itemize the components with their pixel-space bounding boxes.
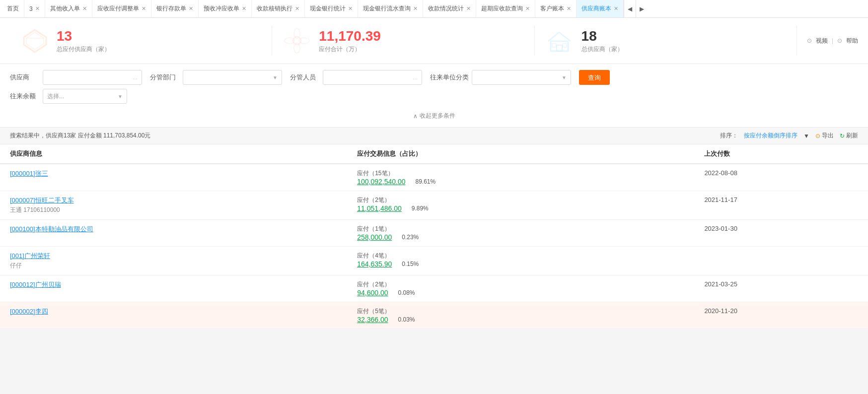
last-pay-cell: 2021-11-17 bbox=[694, 191, 868, 220]
nav-tab-cash-bank-query-close[interactable]: ✕ bbox=[413, 5, 418, 12]
sort-label: 排序： bbox=[720, 131, 738, 140]
supplier-link[interactable]: [000100]本特勒油品有限公司 bbox=[10, 225, 93, 233]
tx-percent: 0.03% bbox=[398, 316, 415, 323]
card-1-label: 总应付供应商（家） bbox=[57, 45, 110, 54]
dept-arrow: ▼ bbox=[273, 75, 278, 80]
tx-cell: 应付（5笔）32,366.000.03% bbox=[347, 302, 694, 329]
last-pay-cell bbox=[694, 247, 868, 275]
card-3-text: 18 总供应商（家） bbox=[581, 28, 623, 54]
nav-tab-cash-bank-stat-label: 现金银行统计 bbox=[310, 4, 346, 13]
balance-select[interactable]: 选择... ▼ bbox=[43, 89, 127, 104]
collapse-button[interactable]: ∧ 收起更多条件 bbox=[10, 110, 858, 122]
nav-tab-customer-acct-close[interactable]: ✕ bbox=[567, 5, 571, 12]
table-header: 供应商信息 应付交易信息（占比） 上次付数 bbox=[0, 144, 868, 164]
th-ap-tx-info: 应付交易信息（占比） bbox=[347, 144, 694, 164]
supplier-link[interactable]: [000007]恒旺二手叉车 bbox=[10, 197, 74, 204]
card-2-icon bbox=[282, 26, 312, 56]
nav-tab-payment-exec[interactable]: 收款核销执行 ✕ bbox=[252, 0, 305, 17]
nav-tab-3[interactable]: 3 ✕ bbox=[24, 0, 45, 17]
nav-tab-overdue-query-close[interactable]: ✕ bbox=[525, 5, 530, 12]
tx-amount[interactable]: 164,635.90 bbox=[357, 260, 392, 268]
nav-tab-recv-stat[interactable]: 收款情况统计 ✕ bbox=[423, 0, 476, 17]
nav-tab-customer-acct-label: 客户账本 bbox=[540, 4, 564, 13]
supplier-cell: [000001]张三 bbox=[0, 164, 347, 191]
nav-tab-ap-adjust[interactable]: 应收应付调整单 ✕ bbox=[92, 0, 151, 17]
table-row: [000100]本特勒油品有限公司应付（1笔）258,000.000.23%20… bbox=[0, 220, 868, 247]
nav-tab-bank-deposit-close[interactable]: ✕ bbox=[189, 5, 193, 12]
person-input[interactable]: ... bbox=[323, 70, 422, 85]
nav-tab-3-close[interactable]: ✕ bbox=[35, 5, 40, 12]
help-link[interactable]: 帮助 bbox=[846, 37, 858, 45]
top-navigation: 首页 3 ✕ 其他收入单 ✕ 应收应付调整单 ✕ 银行存款单 ✕ 预收冲应收单 … bbox=[0, 0, 868, 18]
nav-tab-bank-deposit[interactable]: 银行存款单 ✕ bbox=[151, 0, 199, 17]
nav-tab-home[interactable]: 首页 bbox=[2, 0, 24, 17]
nav-tab-prepay-write[interactable]: 预收冲应收单 ✕ bbox=[199, 0, 252, 17]
collapse-icon: ∧ bbox=[413, 113, 418, 120]
nav-tab-ap-adjust-close[interactable]: ✕ bbox=[142, 5, 146, 12]
last-pay-cell: 2020-11-20 bbox=[694, 302, 868, 329]
filter-row-2: 往来余额 选择... ▼ bbox=[10, 89, 858, 104]
supplier-dots: ... bbox=[133, 74, 138, 81]
person-label: 分管人员 bbox=[290, 73, 320, 82]
svg-rect-11 bbox=[563, 44, 567, 47]
nav-tab-recv-stat-close[interactable]: ✕ bbox=[466, 5, 471, 12]
nav-tab-other-income[interactable]: 其他收入单 ✕ bbox=[45, 0, 92, 17]
supplier-link[interactable]: [001]广州荣轩 bbox=[10, 252, 50, 260]
nav-tab-supplier-acct-label: 供应商账本 bbox=[581, 4, 611, 13]
supplier-cell: [000002]李四 bbox=[0, 302, 347, 329]
video-link[interactable]: 视频 bbox=[816, 37, 828, 45]
sort-value[interactable]: 按应付余额倒序排序 bbox=[744, 131, 797, 140]
last-pay-cell: 2021-03-25 bbox=[694, 275, 868, 302]
tx-amount[interactable]: 11,051,486.00 bbox=[357, 204, 402, 212]
export-icon: ⊙ bbox=[815, 132, 820, 139]
tx-amount[interactable]: 100,092,540.00 bbox=[357, 178, 405, 186]
nav-tab-overdue-query[interactable]: 超期应收款查询 ✕ bbox=[476, 0, 535, 17]
category-select[interactable]: ▼ bbox=[472, 70, 571, 85]
tx-amount[interactable]: 32,366.00 bbox=[357, 316, 388, 324]
table-row: [000001]张三应付（15笔）100,092,540.0089.61%202… bbox=[0, 164, 868, 191]
table-scroll-container[interactable]: 供应商信息 应付交易信息（占比） 上次付数 [000001]张三应付（15笔）1… bbox=[0, 144, 868, 329]
nav-tab-supplier-acct[interactable]: 供应商账本 ✕ bbox=[577, 0, 624, 17]
export-label: 导出 bbox=[822, 131, 834, 140]
supplier-cell: [001]广州荣轩仔仔 bbox=[0, 247, 347, 275]
nav-tab-supplier-acct-close[interactable]: ✕ bbox=[614, 5, 618, 12]
nav-tab-prepay-write-close[interactable]: ✕ bbox=[242, 5, 246, 12]
tx-amount[interactable]: 94,600.00 bbox=[357, 289, 388, 297]
refresh-button[interactable]: ↻ 刷新 bbox=[840, 131, 858, 140]
supplier-input[interactable]: ... bbox=[43, 70, 142, 85]
nav-tab-3-label: 3 bbox=[29, 5, 33, 12]
supplier-link[interactable]: [000002]李四 bbox=[10, 308, 48, 315]
query-button[interactable]: 查询 bbox=[579, 70, 610, 85]
nav-right-arrow[interactable]: ▶ bbox=[636, 0, 648, 17]
tx-percent: 0.08% bbox=[398, 289, 415, 296]
supplier-link[interactable]: [000001]张三 bbox=[10, 170, 48, 177]
export-button[interactable]: ⊙ 导出 bbox=[815, 131, 834, 140]
supplier-text-input[interactable] bbox=[47, 74, 133, 81]
tx-cell: 应付（2笔）11,051,486.009.89% bbox=[347, 191, 694, 220]
nav-tab-cash-bank-stat-close[interactable]: ✕ bbox=[348, 5, 353, 12]
last-pay-cell: 2023-01-30 bbox=[694, 220, 868, 247]
person-text-input[interactable] bbox=[327, 74, 413, 81]
nav-tab-other-income-close[interactable]: ✕ bbox=[82, 5, 87, 12]
nav-left-arrow[interactable]: ◀ bbox=[624, 0, 636, 17]
supplier-label: 供应商 bbox=[10, 73, 40, 82]
table-row: [001]广州荣轩仔仔应付（4笔）164,635.900.15% bbox=[0, 247, 868, 275]
supplier-link[interactable]: [000012]广州贝瑞 bbox=[10, 281, 61, 288]
summary-card-1: 13 总应付供应商（家） bbox=[10, 26, 272, 56]
filter-item-balance: 往来余额 选择... ▼ bbox=[10, 89, 127, 104]
nav-tab-customer-acct[interactable]: 客户账本 ✕ bbox=[535, 0, 577, 17]
nav-tab-payment-exec-close[interactable]: ✕ bbox=[295, 5, 299, 12]
card-3-icon bbox=[545, 26, 575, 56]
svg-marker-0 bbox=[24, 30, 46, 52]
tx-percent: 89.61% bbox=[416, 178, 436, 185]
nav-tab-cash-bank-query[interactable]: 现金银行流水查询 ✕ bbox=[358, 0, 423, 17]
tx-amount[interactable]: 258,000.00 bbox=[357, 233, 392, 241]
card-3-number: 18 bbox=[581, 28, 623, 45]
supplier-cell: [000012]广州贝瑞 bbox=[0, 275, 347, 302]
tx-cell: 应付（2笔）94,600.000.08% bbox=[347, 275, 694, 302]
nav-tab-recv-stat-label: 收款情况统计 bbox=[428, 4, 464, 13]
tx-label: 应付（2笔） bbox=[357, 196, 684, 204]
dept-select[interactable]: ▼ bbox=[183, 70, 282, 85]
nav-tab-cash-bank-stat[interactable]: 现金银行统计 ✕ bbox=[305, 0, 358, 17]
card-1-text: 13 总应付供应商（家） bbox=[57, 28, 110, 54]
